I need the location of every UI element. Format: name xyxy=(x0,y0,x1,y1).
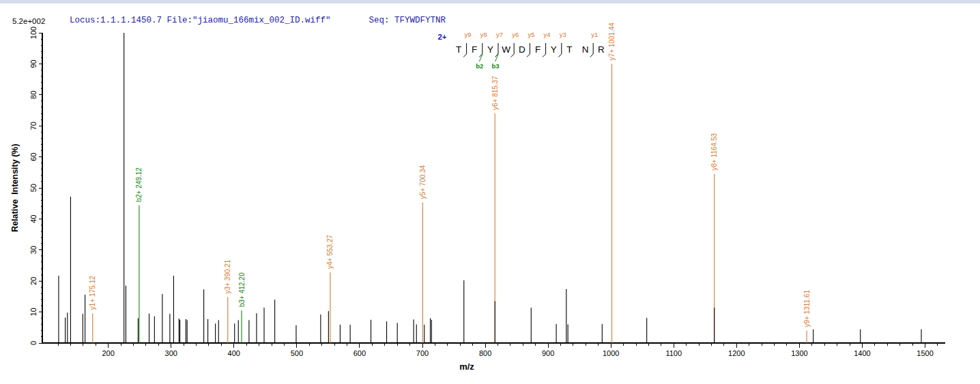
residue-letter: D xyxy=(519,44,525,55)
y-fragment-mark xyxy=(558,43,562,57)
y-ion-ladder-label: y9 xyxy=(465,31,472,38)
y-axis-title: Relative Intensity (%) xyxy=(10,143,20,232)
y-ion-ladder-label: y8 xyxy=(480,31,487,38)
peak-label: y9+ 1311.61 xyxy=(803,290,811,327)
y-tick-label: 80 xyxy=(29,91,38,99)
residue-letter: R xyxy=(598,44,605,55)
precursor-charge-label: 2+ xyxy=(437,33,446,41)
y-ion-ladder-label: y7 xyxy=(496,31,503,38)
spectrum-canvas: 2003004005006007008009001000110012001300… xyxy=(0,0,980,384)
y-tick-label: 30 xyxy=(29,246,38,254)
peak-label: y6+ 815.37 xyxy=(491,76,499,110)
y-fragment-mark xyxy=(543,43,546,57)
x-tick-label: 600 xyxy=(354,349,366,357)
y-tick-label: 40 xyxy=(29,215,38,223)
x-tick-label: 400 xyxy=(228,349,240,357)
y-ion-ladder-label: y4 xyxy=(544,31,551,38)
y-fragment-mark xyxy=(590,43,594,57)
peak-label: b2+ 249.12 xyxy=(135,167,143,202)
y-tick-label: 70 xyxy=(29,122,38,130)
y-fragment-mark xyxy=(463,43,467,57)
x-axis-title: m/z xyxy=(459,361,474,372)
residue-letter: T xyxy=(456,44,461,55)
x-tick-label: 300 xyxy=(165,349,177,357)
b-ion-ladder-label: b3 xyxy=(491,62,499,70)
peak-label: y4+ 553.27 xyxy=(326,234,334,269)
spectrum-window: Locus:1.1.1.1450.7 File:"jiaomu_166mix_0… xyxy=(0,0,980,384)
y-ion-ladder-label: y3 xyxy=(560,31,566,38)
y-tick-label: 90 xyxy=(29,59,38,68)
y-tick-label: 0 xyxy=(29,341,38,345)
x-tick-label: 900 xyxy=(542,349,554,357)
peak-label: y5+ 700.34 xyxy=(419,165,427,199)
y-ion-ladder-label: y1 xyxy=(591,31,598,38)
x-tick-label: 1300 xyxy=(791,349,807,357)
x-tick-label: 1200 xyxy=(728,349,745,357)
peak-label: y8+ 1164.53 xyxy=(710,133,718,171)
x-tick-label: 500 xyxy=(291,349,303,357)
x-tick-label: 1000 xyxy=(603,349,619,357)
y-tick-label: 60 xyxy=(29,152,38,161)
x-tick-label: 200 xyxy=(102,349,114,357)
y-ion-ladder-label: y5 xyxy=(528,31,534,38)
x-tick-label: 700 xyxy=(416,349,429,357)
residue-letter: F xyxy=(535,44,541,55)
y-tick-label: 100 xyxy=(29,27,38,39)
y-tick-label: 10 xyxy=(29,307,38,316)
residue-letter: W xyxy=(502,44,510,55)
y-fragment-mark xyxy=(527,43,530,57)
residue-letter: Y xyxy=(487,44,493,55)
x-tick-label: 1400 xyxy=(854,349,870,357)
y-ion-ladder-label: y6 xyxy=(512,31,519,38)
x-tick-label: 800 xyxy=(479,349,491,357)
x-tick-label: 1500 xyxy=(917,349,933,357)
b-ion-ladder-label: b2 xyxy=(476,62,483,70)
residue-letter: Y xyxy=(551,44,557,55)
x-tick-label: 1100 xyxy=(665,349,682,357)
peak-label: y3+ 390.21 xyxy=(224,260,231,294)
residue-letter: N xyxy=(582,44,589,55)
y-tick-label: 50 xyxy=(29,184,38,192)
residue-letter: F xyxy=(472,44,477,55)
peak-label: b3+ 412.20 xyxy=(238,273,246,307)
y-fragment-mark xyxy=(511,43,515,57)
y-tick-label: 20 xyxy=(29,277,38,285)
peak-label: y1+ 175.12 xyxy=(89,275,96,310)
peak-label: y7+ 1001.44 xyxy=(608,23,616,61)
residue-letter: T xyxy=(566,44,572,55)
